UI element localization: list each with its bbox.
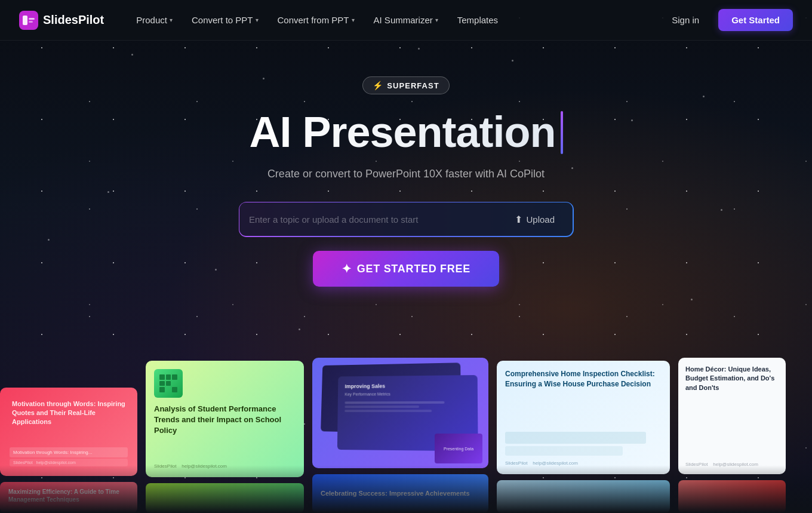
upload-icon: ⬆ xyxy=(515,214,522,225)
hero-title-text: AI Presentation xyxy=(249,109,555,156)
navbar-left: SlidesPilot Product ▾ Convert to PPT ▾ C… xyxy=(19,10,506,30)
card-purple-multi[interactable]: Improving Sales Key Performance Metrics … xyxy=(312,358,488,468)
product-chevron-icon: ▾ xyxy=(170,17,173,23)
svg-rect-2 xyxy=(29,18,35,20)
nav-item-ai-summarizer[interactable]: AI Summarizer ▾ xyxy=(365,10,447,30)
card-home-inspection-details xyxy=(505,432,662,456)
svg-rect-1 xyxy=(23,16,27,25)
upload-button[interactable]: ⬆ Upload xyxy=(506,210,563,229)
card-home-inspection-title: Comprehensive Home Inspection Checklist:… xyxy=(505,369,662,427)
nav-item-convert-from-ppt[interactable]: Convert from PPT ▾ xyxy=(269,10,363,30)
sparkle-icon: ✦ xyxy=(342,262,352,276)
signin-button[interactable]: Sign in xyxy=(660,10,711,30)
nav-item-templates[interactable]: Templates xyxy=(449,10,506,30)
topic-input[interactable] xyxy=(249,214,506,225)
nav-item-product[interactable]: Product ▾ xyxy=(128,10,181,30)
svg-rect-3 xyxy=(29,21,33,23)
nav-menu: Product ▾ Convert to PPT ▾ Convert from … xyxy=(128,10,506,30)
purple-card-inner: Improving Sales Key Performance Metrics … xyxy=(312,358,488,468)
superfast-badge: ⚡ SUPERFAST xyxy=(362,76,449,94)
bolt-icon: ⚡ xyxy=(373,81,383,90)
search-container: ⬆ Upload xyxy=(239,202,573,236)
convert-to-ppt-chevron-icon: ▾ xyxy=(256,17,259,23)
logo[interactable]: SlidesPilot xyxy=(19,11,104,30)
title-cursor xyxy=(561,111,563,154)
card-motivation[interactable]: Motivation through Words: Inspiring Quot… xyxy=(0,388,137,476)
gallery-fade xyxy=(0,465,812,513)
card-student-performance[interactable]: Analysis of Student Performance Trends a… xyxy=(146,361,304,477)
logo-text: SlidesPilot xyxy=(43,13,104,27)
get-started-nav-button[interactable]: Get Started xyxy=(718,9,793,31)
svg-rect-0 xyxy=(19,11,38,30)
card-green-pattern xyxy=(154,369,183,398)
logo-icon xyxy=(19,11,38,30)
convert-from-ppt-chevron-icon: ▾ xyxy=(352,17,355,23)
hero-section: ⚡ SUPERFAST AI Presentation Create or co… xyxy=(0,41,812,287)
nav-item-convert-to-ppt[interactable]: Convert to PPT ▾ xyxy=(183,10,267,30)
navbar: SlidesPilot Product ▾ Convert to PPT ▾ C… xyxy=(0,0,812,41)
card-student-performance-title: Analysis of Student Performance Trends a… xyxy=(154,404,296,459)
navbar-right: Sign in Get Started xyxy=(660,9,793,31)
ai-summarizer-chevron-icon: ▾ xyxy=(435,17,438,23)
card-motivation-small-slides: Motivation through Words: Inspiring... S… xyxy=(10,447,128,466)
card-home-decor[interactable]: Home Décor: Unique Ideas, Budget Estimat… xyxy=(678,358,786,474)
card-motivation-title: Motivation through Words: Inspiring Quot… xyxy=(12,400,125,426)
hero-title: AI Presentation xyxy=(249,109,562,156)
search-input-wrapper: ⬆ Upload xyxy=(239,202,573,236)
card-home-inspection[interactable]: Comprehensive Home Inspection Checklist:… xyxy=(497,361,670,474)
get-started-free-button[interactable]: ✦ GET STARTED FREE xyxy=(313,251,499,287)
hero-subtitle: Create or convert to PowerPoint 10X fast… xyxy=(267,168,545,180)
card-home-decor-title: Home Décor: Unique Ideas, Budget Estimat… xyxy=(685,365,779,457)
